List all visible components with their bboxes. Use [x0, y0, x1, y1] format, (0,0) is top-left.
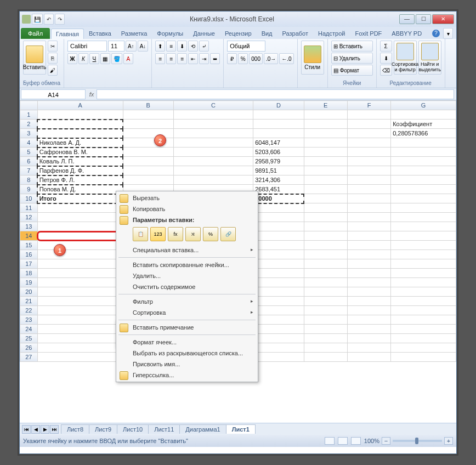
tab-home[interactable]: Главная — [51, 29, 84, 39]
sheet-nav-last[interactable]: ⏭ — [50, 425, 59, 434]
align-bottom-button[interactable]: ⬇ — [177, 41, 187, 52]
menu-filter[interactable]: Фильтр — [117, 296, 257, 307]
row-header[interactable]: 18 — [20, 269, 38, 278]
row-header[interactable]: 4 — [20, 138, 38, 148]
row-header[interactable]: 14 — [20, 231, 38, 241]
tab-layout[interactable]: Разметка — [116, 28, 152, 39]
comma-button[interactable]: 000 — [249, 53, 263, 64]
tab-developer[interactable]: Разработ — [277, 28, 313, 39]
grow-font-button[interactable]: A↑ — [126, 41, 137, 52]
sheet-nav-prev[interactable]: ◀ — [31, 425, 40, 434]
menu-insert-copied[interactable]: Вставить скопированные ячейки... — [117, 259, 257, 270]
view-page-layout-button[interactable] — [338, 437, 348, 445]
sheet-tab[interactable]: Лист8 — [61, 424, 89, 434]
view-page-break-button[interactable] — [351, 437, 361, 445]
row-header[interactable]: 12 — [20, 213, 38, 222]
row-header[interactable]: 8 — [20, 175, 38, 185]
tab-file[interactable]: Файл — [21, 28, 50, 39]
cell[interactable]: Попова М. Д. — [37, 185, 123, 194]
row-header[interactable]: 2 — [20, 120, 38, 129]
cell[interactable]: Петров Ф. Л. — [37, 175, 123, 185]
paste-values-button[interactable]: 123 — [150, 227, 166, 241]
cell[interactable]: Коэффициент — [391, 120, 456, 129]
underline-button[interactable]: Ч — [89, 53, 99, 64]
row-header[interactable]: 15 — [20, 241, 38, 250]
tab-review[interactable]: Рецензир — [220, 28, 257, 39]
tab-addins[interactable]: Надстрой — [313, 28, 350, 39]
currency-button[interactable]: ₽ — [227, 53, 237, 64]
row-header[interactable]: 22 — [20, 306, 38, 315]
sheet-nav-first[interactable]: ⏮ — [22, 425, 31, 434]
row-header[interactable]: 11 — [20, 203, 38, 213]
col-header[interactable]: C — [173, 101, 253, 110]
zoom-out-button[interactable]: − — [382, 437, 390, 445]
cell[interactable]: 30000 — [253, 194, 304, 203]
cell[interactable]: 9891,51 — [253, 166, 304, 175]
cell[interactable]: Коваль Л. П. — [37, 157, 123, 166]
tab-view[interactable]: Вид — [257, 28, 277, 39]
menu-comment[interactable]: Вставить примечание — [117, 322, 257, 333]
col-header[interactable]: F — [347, 101, 390, 110]
minimize-button[interactable]: — — [399, 14, 415, 24]
row-header[interactable]: 16 — [20, 250, 38, 259]
row-header[interactable]: 25 — [20, 334, 38, 343]
menu-define-name[interactable]: Присвоить имя... — [117, 359, 257, 370]
qat-undo-button[interactable]: ↶ — [44, 14, 54, 25]
copy-button[interactable]: ⎘ — [48, 53, 58, 64]
percent-button[interactable]: % — [238, 53, 248, 64]
maximize-button[interactable]: ☐ — [416, 14, 431, 24]
row-header[interactable]: 23 — [20, 315, 38, 325]
row-header[interactable]: 27 — [20, 353, 38, 362]
border-button[interactable]: ▦ — [100, 53, 110, 64]
sheet-nav-next[interactable]: ▶ — [41, 425, 49, 434]
qat-save-button[interactable]: 💾 — [32, 14, 43, 25]
paste-all-button[interactable]: 📋 — [133, 227, 148, 241]
font-size-select[interactable] — [108, 41, 124, 52]
menu-hyperlink[interactable]: Гиперссылка... — [117, 370, 257, 381]
cell[interactable]: Парфенов Д. Ф. — [37, 166, 123, 175]
cell[interactable]: 0,280578366 — [391, 129, 456, 138]
col-header[interactable]: A — [37, 101, 123, 110]
cell[interactable]: 2958,979 — [253, 157, 304, 166]
row-header[interactable]: 3 — [20, 129, 38, 138]
align-left-button[interactable]: ≡ — [155, 53, 165, 64]
menu-format-cells[interactable]: Формат ячеек... — [117, 337, 257, 348]
shrink-font-button[interactable]: A↓ — [138, 41, 149, 52]
merge-button[interactable]: ⬌ — [210, 53, 220, 64]
name-box[interactable]: A14 — [21, 89, 86, 99]
align-top-button[interactable]: ⬆ — [155, 41, 165, 52]
increase-indent-button[interactable]: ⇥ — [199, 53, 209, 64]
menu-sort[interactable]: Сортировка — [117, 307, 257, 318]
cell[interactable]: 2683,451 — [253, 185, 304, 194]
formula-bar[interactable] — [97, 89, 454, 99]
paste-formulas-button[interactable]: fx — [168, 227, 183, 241]
col-header[interactable]: E — [304, 101, 347, 110]
sheet-tab[interactable]: Лист11 — [148, 424, 180, 434]
active-cell[interactable] — [37, 231, 123, 241]
menu-copy[interactable]: Копировать — [117, 203, 257, 214]
menu-clear[interactable]: Очистить содержимое — [117, 281, 257, 292]
sheet-tab[interactable]: Лист9 — [89, 424, 117, 434]
menu-paste-special[interactable]: Специальная вставка... — [117, 245, 257, 256]
zoom-in-button[interactable]: + — [444, 437, 453, 445]
row-header[interactable]: 6 — [20, 157, 38, 166]
row-header[interactable]: 10 — [20, 194, 38, 203]
decrease-indent-button[interactable]: ⇤ — [188, 53, 198, 64]
bold-button[interactable]: Ж — [67, 53, 77, 64]
col-header[interactable]: D — [253, 101, 304, 110]
font-color-button[interactable]: A — [123, 53, 133, 64]
row-header[interactable]: 20 — [20, 287, 38, 297]
increase-decimal-button[interactable]: .0→ — [264, 53, 278, 64]
row-header[interactable]: 17 — [20, 259, 38, 269]
row-header[interactable]: 13 — [20, 222, 38, 231]
row-header[interactable]: 24 — [20, 325, 38, 334]
menu-delete[interactable]: Удалить... — [117, 270, 257, 281]
row-header[interactable]: 21 — [20, 297, 38, 306]
cell[interactable]: Итого — [37, 194, 123, 203]
row-header[interactable]: 7 — [20, 166, 38, 175]
cells-insert-button[interactable]: ⊞ Вставить — [331, 41, 373, 52]
help-icon[interactable]: ? — [432, 30, 440, 37]
number-format-select[interactable] — [227, 41, 265, 52]
view-normal-button[interactable] — [325, 437, 335, 445]
tab-formulas[interactable]: Формулы — [152, 28, 188, 39]
